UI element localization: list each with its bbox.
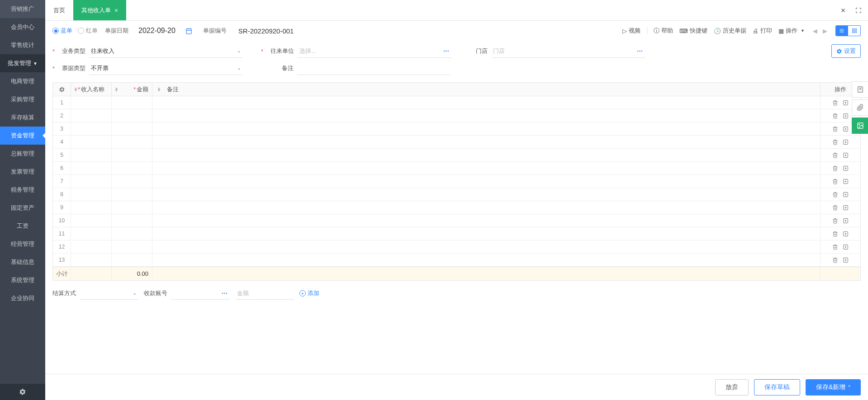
action-shortcut[interactable]: ⌨快捷键 xyxy=(679,27,707,35)
delete-row-icon[interactable] xyxy=(832,139,838,145)
action-video[interactable]: ▷视频 xyxy=(622,27,640,35)
sidebar-item-purchase[interactable]: 采购管理 xyxy=(0,90,45,108)
sidebar-item-inventory[interactable]: 库存核算 xyxy=(0,108,45,127)
delete-row-icon[interactable] xyxy=(832,205,838,211)
cell-income-name[interactable] xyxy=(71,149,112,161)
cell-remark[interactable] xyxy=(152,175,821,188)
cell-income-name[interactable] xyxy=(71,175,112,188)
tool-attachment[interactable] xyxy=(852,99,868,116)
cell-income-name[interactable] xyxy=(71,201,112,214)
th-amount[interactable]: ▲▼*金额 xyxy=(112,83,152,96)
table-row[interactable]: 10 xyxy=(53,214,860,227)
delete-row-icon[interactable] xyxy=(832,179,838,184)
delete-row-icon[interactable] xyxy=(832,100,838,106)
add-row-icon[interactable] xyxy=(843,126,849,132)
add-row-icon[interactable] xyxy=(843,244,849,250)
delete-row-icon[interactable] xyxy=(832,257,838,263)
cell-remark[interactable] xyxy=(152,136,821,148)
sidebar-item-ecommerce[interactable]: 电商管理 xyxy=(0,72,45,90)
add-row-icon[interactable] xyxy=(843,165,849,171)
action-history[interactable]: 🕓历史单据 xyxy=(714,27,746,35)
sidebar-item-operations[interactable]: 经营管理 xyxy=(0,235,45,253)
table-row[interactable]: 4 xyxy=(53,136,860,149)
delete-row-icon[interactable] xyxy=(832,218,838,224)
sidebar-item-salary[interactable]: 工资 xyxy=(0,217,45,235)
cell-income-name[interactable] xyxy=(71,122,112,135)
table-row[interactable]: 11 xyxy=(53,227,860,240)
delete-row-icon[interactable] xyxy=(832,165,838,171)
table-row[interactable]: 5 xyxy=(53,149,860,162)
cell-remark[interactable] xyxy=(152,96,821,109)
remark-input[interactable] xyxy=(297,61,451,75)
table-row[interactable]: 9 xyxy=(53,201,860,214)
contact-select[interactable]: 选择... ⋯ xyxy=(298,44,451,58)
tool-note[interactable] xyxy=(852,81,868,98)
cell-income-name[interactable] xyxy=(71,214,112,227)
sidebar-item-basic-info[interactable]: 基础信息 xyxy=(0,253,45,271)
settings-button[interactable]: 设置 xyxy=(831,44,861,58)
add-row-icon[interactable] xyxy=(843,192,849,198)
sidebar-settings[interactable] xyxy=(0,384,45,400)
sidebar-item-retail-stats[interactable]: 零售统计 xyxy=(0,36,45,54)
cell-remark[interactable] xyxy=(152,254,821,266)
next-doc-arrow[interactable]: ▶ xyxy=(821,28,829,34)
doc-date-value[interactable]: 2022-09-20 xyxy=(138,27,175,35)
action-ops[interactable]: ▦操作▼ xyxy=(778,27,805,35)
cell-remark[interactable] xyxy=(152,109,821,122)
add-settlement-button[interactable]: + 添加 xyxy=(299,289,319,297)
prev-doc-arrow[interactable]: ◀ xyxy=(811,28,819,34)
cell-remark[interactable] xyxy=(152,201,821,214)
sidebar-item-finance[interactable]: 资金管理 xyxy=(0,127,45,145)
add-row-icon[interactable] xyxy=(843,113,849,119)
cell-remark[interactable] xyxy=(152,149,821,161)
radio-red[interactable]: 红单 xyxy=(78,27,98,35)
tab-home[interactable]: 首页 xyxy=(45,0,73,20)
cell-amount[interactable] xyxy=(112,175,152,188)
tab-close-all[interactable] xyxy=(837,5,849,16)
table-row[interactable]: 7 xyxy=(53,175,860,188)
sidebar-item-invoice[interactable]: 发票管理 xyxy=(0,163,45,181)
cell-amount[interactable] xyxy=(112,188,152,201)
add-row-icon[interactable] xyxy=(843,218,849,224)
table-row[interactable]: 2 xyxy=(53,109,860,122)
cell-amount[interactable] xyxy=(112,162,152,174)
sidebar-item-wholesale[interactable]: 批发管理▼ xyxy=(0,54,45,72)
cell-amount[interactable] xyxy=(112,149,152,161)
fullscreen-icon[interactable] xyxy=(853,5,864,16)
tool-image[interactable] xyxy=(852,118,868,134)
store-select[interactable]: 门店 ⋯ xyxy=(491,44,645,58)
cell-income-name[interactable] xyxy=(71,254,112,266)
cell-income-name[interactable] xyxy=(71,96,112,109)
sidebar-item-fixed-assets[interactable]: 固定资产 xyxy=(0,199,45,217)
delete-row-icon[interactable] xyxy=(832,152,838,158)
settle-method-select[interactable]: ⌄ xyxy=(80,287,138,300)
delete-row-icon[interactable] xyxy=(832,244,838,250)
add-row-icon[interactable] xyxy=(843,257,849,263)
th-income-name[interactable]: ▲▼*收入名称 xyxy=(71,83,112,96)
add-row-icon[interactable] xyxy=(843,152,849,158)
close-icon[interactable]: × xyxy=(114,7,118,14)
add-row-icon[interactable] xyxy=(843,205,849,211)
table-row[interactable]: 8 xyxy=(53,188,860,201)
delete-row-icon[interactable] xyxy=(832,126,838,132)
view-card-btn[interactable] xyxy=(848,25,861,36)
th-settings[interactable] xyxy=(53,83,71,96)
calendar-icon[interactable] xyxy=(185,28,192,34)
cell-remark[interactable] xyxy=(152,162,821,174)
action-help[interactable]: ⓘ帮助 xyxy=(654,27,673,35)
cell-remark[interactable] xyxy=(152,188,821,201)
cell-income-name[interactable] xyxy=(71,109,112,122)
th-remark[interactable]: ▲▼备注 xyxy=(152,83,821,96)
cell-amount[interactable] xyxy=(112,122,152,135)
cell-income-name[interactable] xyxy=(71,188,112,201)
save-draft-button[interactable]: 保存草稿 xyxy=(754,379,800,395)
cell-remark[interactable] xyxy=(152,122,821,135)
sidebar-item-tax[interactable]: 税务管理 xyxy=(0,181,45,199)
sidebar-item-ledger[interactable]: 总账管理 xyxy=(0,145,45,163)
cell-amount[interactable] xyxy=(112,96,152,109)
table-row[interactable]: 1 xyxy=(53,96,860,109)
table-row[interactable]: 13 xyxy=(53,254,860,267)
invoice-type-select[interactable]: 不开票 ⌄ xyxy=(89,61,243,75)
sidebar-item-member[interactable]: 会员中心 xyxy=(0,18,45,36)
cell-amount[interactable] xyxy=(112,254,152,266)
